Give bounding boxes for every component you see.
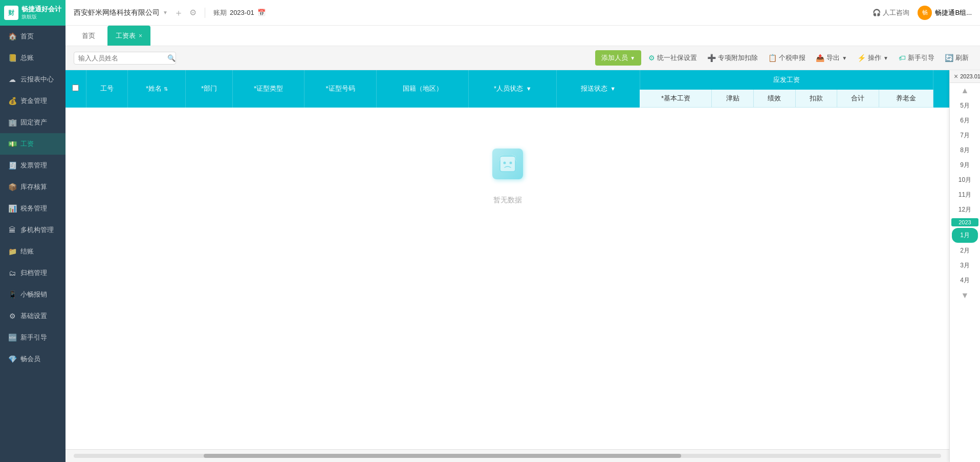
sidebar-item-expense[interactable]: 📱 小畅报销 — [0, 284, 66, 305]
empty-cube — [492, 149, 523, 179]
svg-point-2 — [509, 162, 512, 164]
add-person-button[interactable]: 添加人员 ▼ — [595, 50, 641, 66]
tab-close-icon[interactable]: × — [139, 32, 142, 39]
refresh-btn[interactable]: 🔄 刷新 — [942, 51, 972, 65]
sort-icon: ⇅ — [164, 86, 168, 92]
sidebar-item-archive[interactable]: 🗂 归档管理 — [0, 262, 66, 284]
month-item-4[interactable]: 4月 — [950, 273, 980, 288]
sidebar-label-tax: 税务管理 — [20, 204, 47, 213]
topbar-add-icon[interactable]: ＋ — [174, 7, 183, 19]
sidebar-nav: 🏠 首页 📒 总账 ☁ 云报表中心 💰 资金管理 🏢 固定资产 💵 工资 🧾 发… — [0, 26, 66, 462]
empty-text: 暂无数据 — [493, 196, 522, 205]
guide-btn[interactable]: 🏷 新手引导 — [896, 51, 938, 65]
sidebar-item-settings[interactable]: ⚙ 基础设置 — [0, 305, 66, 327]
month-item-6[interactable]: 6月 — [950, 113, 980, 128]
person-status-filter-icon[interactable]: ▼ — [526, 86, 532, 92]
col-total: 合计 — [837, 90, 879, 108]
sidebar-item-assets[interactable]: 🏢 固定资产 — [0, 112, 66, 133]
avatar: 畅 — [918, 6, 932, 20]
current-period-label: 2023.01 — [960, 73, 980, 79]
special-deduction-btn[interactable]: ➕ 专项附加扣除 — [704, 51, 761, 65]
headset-icon: 🎧 — [873, 9, 881, 16]
company-dropdown-icon: ▼ — [163, 10, 168, 15]
month-item-5[interactable]: 5月 — [950, 98, 980, 113]
scrollbar-area — [66, 449, 949, 462]
sidebar-label-cloud: 云报表中心 — [20, 75, 54, 84]
sidebar-label-close-period: 结账 — [20, 247, 34, 256]
month-item-9[interactable]: 9月 — [950, 158, 980, 173]
month-nav-up-btn[interactable]: ▲ — [950, 83, 980, 98]
sidebar-label-vip: 畅会员 — [20, 354, 40, 364]
logo-sub: 旗舰版 — [21, 13, 61, 20]
tab-salary[interactable]: 工资表 × — [107, 26, 150, 46]
svg-point-1 — [503, 162, 506, 164]
col-performance: 绩效 — [753, 90, 795, 108]
tab-home-label: 首页 — [82, 31, 95, 40]
search-input[interactable] — [78, 54, 164, 62]
toolbar-right: 添加人员 ▼ ⚙ 统一社保设置 ➕ 专项附加扣除 📋 个税申报 📤 导出 ▼ ⚡ — [595, 50, 972, 66]
month-item-2[interactable]: 2月 — [950, 243, 980, 258]
social-label: 统一社保设置 — [657, 53, 697, 62]
month-item-10[interactable]: 10月 — [950, 173, 980, 187]
add-person-label: 添加人员 — [601, 53, 628, 62]
sidebar-item-inventory[interactable]: 📦 库存核算 — [0, 176, 66, 198]
topbar-settings-icon[interactable]: ⚙ — [189, 8, 197, 17]
service-btn[interactable]: 🎧 人工咨询 — [873, 8, 909, 17]
empty-svg — [497, 154, 518, 174]
refresh-icon: 🔄 — [945, 54, 953, 62]
content-tabs: 首页 工资表 × — [66, 26, 980, 46]
vip-icon: 💎 — [8, 355, 16, 363]
sidebar-item-invoice[interactable]: 🧾 发票管理 — [0, 155, 66, 176]
operation-btn[interactable]: ⚡ 操作 ▼ — [854, 51, 891, 65]
company-selector[interactable]: 西安虾米网络科技有限公司 ▼ — [74, 8, 168, 17]
month-item-12[interactable]: 12月 — [950, 202, 980, 217]
col-deduction: 扣款 — [795, 90, 837, 108]
period-display: 账期 2023-01 📅 — [213, 8, 266, 17]
col-base-salary: *基本工资 — [640, 90, 712, 108]
sidebar-item-ledger[interactable]: 📒 总账 — [0, 47, 66, 69]
col-report-status: 报送状态 ▼ — [557, 70, 640, 108]
export-icon: 📤 — [816, 54, 824, 62]
topbar-right: 🎧 人工咨询 畅 畅捷通B组... — [873, 6, 972, 20]
settings-icon: ⚙ — [8, 312, 16, 320]
sidebar-item-guide[interactable]: 🆕 新手引导 — [0, 327, 66, 348]
search-icon: 🔍 — [167, 54, 176, 62]
month-panel-close-btn[interactable]: × — [952, 72, 960, 80]
sidebar-item-fund[interactable]: 💰 资金管理 — [0, 90, 66, 112]
month-item-7[interactable]: 7月 — [950, 128, 980, 143]
inventory-icon: 📦 — [8, 183, 16, 191]
month-item-3[interactable]: 3月 — [950, 258, 980, 273]
sidebar-label-inventory: 库存核算 — [20, 182, 47, 192]
export-btn[interactable]: 📤 导出 ▼ — [813, 51, 850, 65]
month-nav-down-btn[interactable]: ▼ — [950, 288, 980, 303]
user-menu[interactable]: 畅 畅捷通B组... — [918, 6, 972, 20]
sidebar-label-settings: 基础设置 — [20, 311, 47, 321]
month-item-1-active[interactable]: 1月 — [952, 228, 978, 243]
sidebar-item-close-period[interactable]: 📁 结账 — [0, 241, 66, 262]
period-value: 2023-01 — [230, 9, 254, 16]
social-insurance-btn[interactable]: ⚙ 统一社保设置 — [645, 51, 700, 65]
col-payable-salary-group: 应发工资 — [640, 70, 933, 90]
select-all-checkbox[interactable] — [72, 85, 79, 91]
tab-salary-label: 工资表 — [116, 31, 136, 40]
special-label: 专项附加扣除 — [718, 53, 758, 62]
report-status-filter-icon[interactable]: ▼ — [610, 86, 616, 92]
sidebar-item-vip[interactable]: 💎 畅会员 — [0, 348, 66, 370]
period-label: 账期 — [213, 8, 227, 17]
sidebar-item-home[interactable]: 🏠 首页 — [0, 26, 66, 47]
export-label: 导出 — [826, 53, 840, 62]
tax-report-btn[interactable]: 📋 个税申报 — [765, 51, 809, 65]
month-item-8[interactable]: 8月 — [950, 143, 980, 158]
sidebar-item-salary[interactable]: 💵 工资 — [0, 133, 66, 155]
calendar-icon[interactable]: 📅 — [257, 9, 266, 16]
month-item-11[interactable]: 11月 — [950, 187, 980, 202]
tab-home[interactable]: 首页 — [74, 26, 103, 46]
operation-dropdown-icon: ▼ — [883, 55, 888, 61]
sidebar-item-multi-org[interactable]: 🏛 多机构管理 — [0, 219, 66, 241]
sidebar-item-cloud-report[interactable]: ☁ 云报表中心 — [0, 69, 66, 90]
sidebar-item-tax[interactable]: 📊 税务管理 — [0, 198, 66, 219]
sidebar: 财 畅捷通好会计 旗舰版 🏠 首页 📒 总账 ☁ 云报表中心 💰 资金管理 🏢 … — [0, 0, 66, 462]
scrollbar-thumb[interactable] — [204, 454, 681, 458]
scrollbar-track[interactable] — [74, 454, 941, 458]
social-icon: ⚙ — [648, 54, 655, 62]
